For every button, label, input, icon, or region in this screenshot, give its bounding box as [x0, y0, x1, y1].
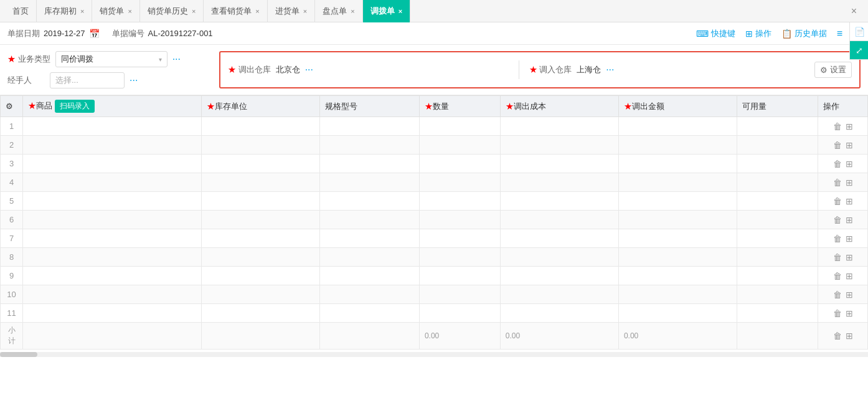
copy-icon[interactable]: ⊞	[846, 178, 853, 188]
cell-unit[interactable]	[201, 304, 319, 323]
cell-available[interactable]	[737, 192, 818, 211]
tab-view-sales[interactable]: 查看销货单 ×	[204, 0, 267, 22]
cell-available[interactable]	[737, 155, 818, 173]
cell-product[interactable]	[23, 155, 202, 173]
in-warehouse-more[interactable]: ···	[606, 64, 614, 75]
cell-qty[interactable]	[419, 248, 500, 267]
copy-icon[interactable]: ⊞	[846, 308, 853, 318]
cell-amount[interactable]	[618, 211, 737, 229]
cell-available[interactable]	[737, 267, 818, 285]
cell-spec[interactable]	[319, 155, 419, 173]
cell-product[interactable]	[23, 229, 202, 248]
cell-available[interactable]	[737, 285, 818, 304]
window-close-button[interactable]: ×	[845, 6, 863, 17]
cell-spec[interactable]	[319, 211, 419, 229]
cell-amount[interactable]	[618, 155, 737, 173]
cell-amount[interactable]	[618, 136, 737, 155]
cell-cost[interactable]	[500, 117, 618, 136]
subtotal-copy-icon[interactable]: ⊞	[846, 331, 853, 341]
cell-product[interactable]	[23, 248, 202, 267]
cell-product[interactable]	[23, 211, 202, 229]
cell-qty[interactable]	[419, 173, 500, 192]
cell-available[interactable]	[737, 211, 818, 229]
layout-icon1[interactable]: ≡	[837, 28, 842, 39]
tab-transfer-order[interactable]: 调拨单 ×	[363, 0, 410, 22]
delete-icon[interactable]: 🗑	[833, 196, 842, 206]
cell-unit[interactable]	[201, 173, 319, 192]
delete-icon[interactable]: 🗑	[833, 308, 842, 318]
tab-close-view-sales[interactable]: ×	[255, 7, 259, 15]
cell-product[interactable]	[23, 117, 202, 136]
cell-spec[interactable]	[319, 136, 419, 155]
cell-qty[interactable]	[419, 285, 500, 304]
cell-spec[interactable]	[319, 248, 419, 267]
operations-button[interactable]: ⊞ 操作	[745, 28, 771, 39]
table-container[interactable]: ⚙ ★商品 扫码录入 ★库存单位 规格型号 ★数量 ★调出成本 ★调出金额 可用…	[0, 95, 868, 395]
cell-unit[interactable]	[201, 229, 319, 248]
cell-unit[interactable]	[201, 117, 319, 136]
cell-available[interactable]	[737, 136, 818, 155]
cell-cost[interactable]	[500, 211, 618, 229]
sidebar-expand-button[interactable]: ⤢	[850, 41, 868, 60]
cell-spec[interactable]	[319, 229, 419, 248]
delete-icon[interactable]: 🗑	[833, 215, 842, 225]
out-warehouse-more[interactable]: ···	[305, 64, 313, 75]
sidebar-doc-button[interactable]: 📄	[850, 22, 868, 41]
cell-qty[interactable]	[419, 136, 500, 155]
tab-inventory-check[interactable]: 盘点单 ×	[315, 0, 362, 22]
tab-inventory-init[interactable]: 库存期初 ×	[37, 0, 92, 22]
delete-icon[interactable]: 🗑	[833, 140, 842, 150]
cell-cost[interactable]	[500, 267, 618, 285]
copy-icon[interactable]: ⊞	[846, 215, 853, 225]
cell-product[interactable]	[23, 192, 202, 211]
cell-qty[interactable]	[419, 267, 500, 285]
cell-available[interactable]	[737, 173, 818, 192]
delete-icon[interactable]: 🗑	[833, 271, 842, 281]
tab-sales-history[interactable]: 销货单历史 ×	[140, 0, 204, 22]
delete-icon[interactable]: 🗑	[833, 159, 842, 169]
horizontal-scrollbar[interactable]	[0, 352, 868, 357]
th-gear[interactable]: ⚙	[1, 96, 23, 117]
cell-spec[interactable]	[319, 285, 419, 304]
tab-home[interactable]: 首页	[5, 0, 37, 22]
handler-more[interactable]: ···	[130, 75, 138, 86]
copy-icon[interactable]: ⊞	[846, 121, 853, 131]
cell-amount[interactable]	[618, 285, 737, 304]
tab-close-inventory-init[interactable]: ×	[80, 7, 84, 15]
shortcuts-button[interactable]: ⌨ 快捷键	[696, 28, 735, 39]
cell-spec[interactable]	[319, 117, 419, 136]
cell-cost[interactable]	[500, 304, 618, 323]
handler-input[interactable]: 选择...	[50, 72, 125, 88]
cell-unit[interactable]	[201, 192, 319, 211]
delete-icon[interactable]: 🗑	[833, 290, 842, 300]
cell-spec[interactable]	[319, 173, 419, 192]
cell-cost[interactable]	[500, 173, 618, 192]
cell-spec[interactable]	[319, 192, 419, 211]
cell-spec[interactable]	[319, 304, 419, 323]
cell-amount[interactable]	[618, 248, 737, 267]
cell-product[interactable]	[23, 304, 202, 323]
cell-amount[interactable]	[618, 173, 737, 192]
cell-cost[interactable]	[500, 155, 618, 173]
copy-icon[interactable]: ⊞	[846, 290, 853, 300]
cell-cost[interactable]	[500, 136, 618, 155]
cell-product[interactable]	[23, 136, 202, 155]
cell-qty[interactable]	[419, 117, 500, 136]
history-button[interactable]: 📋 历史单据	[781, 28, 827, 39]
cell-product[interactable]	[23, 285, 202, 304]
cell-unit[interactable]	[201, 285, 319, 304]
cell-unit[interactable]	[201, 248, 319, 267]
scan-button[interactable]: 扫码录入	[55, 100, 95, 113]
cell-available[interactable]	[737, 304, 818, 323]
tab-sales-order[interactable]: 销货单 ×	[92, 0, 139, 22]
cell-qty[interactable]	[419, 211, 500, 229]
tab-close-inventory-check[interactable]: ×	[351, 7, 354, 15]
calendar-icon[interactable]: 📅	[89, 29, 100, 39]
cell-available[interactable]	[737, 117, 818, 136]
scrollbar-thumb[interactable]	[0, 352, 37, 357]
copy-icon[interactable]: ⊞	[846, 140, 853, 150]
delete-icon[interactable]: 🗑	[833, 121, 842, 131]
delete-icon[interactable]: 🗑	[833, 234, 842, 244]
cell-unit[interactable]	[201, 155, 319, 173]
copy-icon[interactable]: ⊞	[846, 271, 853, 281]
